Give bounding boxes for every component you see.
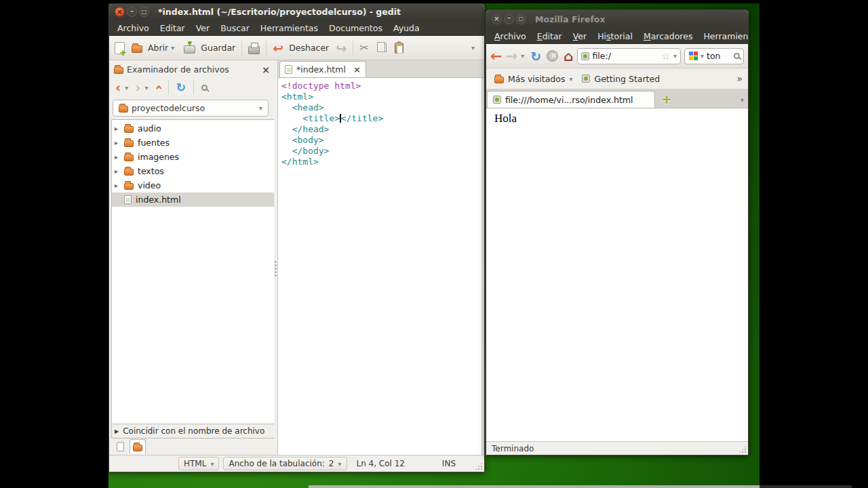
search-box[interactable]: ton: [684, 48, 744, 64]
firefox-titlebar[interactable]: Mozilla Firefox: [486, 10, 748, 28]
code-content[interactable]: <!doctype html><html> <head> <title></ti…: [278, 78, 481, 455]
browser-tab[interactable]: file:///home/vi...rso/index.html: [487, 91, 655, 108]
expand-triangle-icon[interactable]: [115, 139, 120, 146]
code-line[interactable]: </body>: [281, 146, 481, 157]
code-line[interactable]: <!doctype html>: [281, 81, 481, 92]
menu-item-archivo[interactable]: Archivo: [489, 29, 532, 43]
document-tab[interactable]: *index.html: [279, 61, 366, 77]
code-line[interactable]: <html>: [281, 92, 481, 102]
url-dropdown[interactable]: [673, 52, 677, 60]
copy-button[interactable]: [377, 43, 387, 52]
panel-splitter[interactable]: [274, 60, 277, 455]
url-bar[interactable]: file:/: [577, 48, 682, 64]
panel-close-button[interactable]: [262, 64, 270, 75]
refresh-button[interactable]: [176, 81, 186, 94]
resize-grip[interactable]: [738, 445, 747, 453]
url-text[interactable]: file:/: [593, 51, 658, 61]
undo-button-label[interactable]: Deshacer: [289, 43, 329, 53]
redo-button[interactable]: [336, 41, 347, 56]
text-editor[interactable]: <!doctype html><html> <head> <title></ti…: [278, 78, 484, 455]
forward-button[interactable]: [506, 48, 518, 64]
documents-panel-tab[interactable]: [112, 439, 128, 454]
open-button-label[interactable]: Abrir: [148, 43, 168, 53]
tree-folder-fuentes[interactable]: fuentes: [112, 136, 274, 150]
expand-triangle-icon[interactable]: [115, 153, 120, 161]
menu-item-herramientas[interactable]: Herramientas: [255, 21, 323, 35]
code-line[interactable]: <title></title>: [281, 113, 481, 124]
bookmark-item[interactable]: Getting Started: [579, 73, 663, 85]
menu-item-ver[interactable]: Ver: [568, 29, 592, 43]
tab-width-selector[interactable]: Ancho de la tabulación: 2: [223, 457, 347, 470]
tree-folder-audio[interactable]: audio: [112, 121, 274, 136]
search-text[interactable]: ton: [707, 51, 731, 61]
search-button[interactable]: [201, 85, 208, 91]
tree-folder-video[interactable]: video: [112, 178, 274, 192]
menu-item-buscar[interactable]: Buscar: [215, 21, 255, 35]
resize-grip[interactable]: [475, 462, 483, 470]
back-button[interactable]: [115, 83, 121, 92]
toolbar-overflow-dropdown[interactable]: [471, 44, 475, 52]
back-button[interactable]: [490, 48, 502, 64]
maximize-button[interactable]: [139, 7, 149, 17]
undo-button[interactable]: [273, 41, 283, 56]
match-filename-expander[interactable]: Coincidir con el nombre de archivo: [111, 424, 274, 439]
search-go-button[interactable]: [734, 53, 740, 59]
maximize-button[interactable]: [516, 14, 526, 24]
minimize-button[interactable]: [504, 14, 514, 24]
history-dropdown[interactable]: [521, 52, 524, 60]
tab-close-button[interactable]: [353, 64, 361, 75]
menu-item-documentos[interactable]: Documentos: [323, 21, 388, 35]
expand-triangle-icon[interactable]: [115, 125, 120, 132]
paste-button[interactable]: [395, 43, 403, 54]
expand-triangle-icon[interactable]: [115, 182, 120, 189]
tree-folder-imagenes[interactable]: imagenes: [112, 150, 274, 164]
menu-item-ver[interactable]: Ver: [191, 21, 215, 35]
menu-item-marcadores[interactable]: Marcadores: [638, 29, 698, 43]
close-button[interactable]: [115, 7, 125, 17]
code-line[interactable]: <body>: [281, 135, 481, 146]
code-line[interactable]: </head>: [281, 124, 481, 135]
close-button[interactable]: [492, 14, 502, 24]
tree-file-index-html[interactable]: index.html: [112, 192, 274, 207]
print-button[interactable]: [248, 42, 260, 54]
menu-item-archivo[interactable]: Archivo: [112, 21, 155, 35]
menu-item-editar[interactable]: Editar: [532, 29, 568, 43]
forward-button[interactable]: [135, 83, 140, 92]
open-dropdown[interactable]: [171, 44, 174, 52]
minimize-button[interactable]: [127, 7, 137, 17]
bookmark-star-icon[interactable]: [661, 51, 670, 62]
back-dropdown[interactable]: [125, 84, 128, 92]
open-button[interactable]: [132, 43, 142, 53]
editor-scrollbar[interactable]: [481, 78, 484, 455]
forward-dropdown[interactable]: [145, 84, 149, 92]
cut-button[interactable]: [359, 41, 368, 54]
gedit-titlebar[interactable]: *index.html (~/Escritorio/proyectodelcur…: [109, 4, 484, 20]
new-document-button[interactable]: [115, 42, 125, 54]
code-line[interactable]: <head>: [281, 102, 481, 113]
menu-item-historial[interactable]: Historial: [592, 29, 638, 43]
tab-width-label: Ancho de la tabulación:: [229, 459, 324, 468]
save-button-label[interactable]: Guardar: [201, 43, 235, 53]
window-title: *index.html (~/Escritorio/proyectodelcur…: [158, 7, 401, 17]
menu-item-editar[interactable]: Editar: [155, 21, 191, 35]
file-browser-panel-tab[interactable]: [130, 439, 146, 454]
expand-triangle-icon[interactable]: [115, 167, 120, 175]
code-line[interactable]: </html>: [281, 157, 481, 167]
location-dropdown[interactable]: proyectodelcurso: [113, 100, 269, 117]
reload-button[interactable]: [530, 49, 541, 64]
tree-folder-textos[interactable]: textos: [112, 164, 274, 178]
menu-item-herramientas[interactable]: Herramientas: [698, 29, 748, 43]
home-button[interactable]: [564, 48, 573, 64]
document-icon: [117, 442, 124, 451]
tab-list-dropdown[interactable]: [741, 96, 744, 104]
up-button[interactable]: [155, 83, 161, 92]
search-engine-dropdown[interactable]: [701, 52, 704, 60]
language-selector[interactable]: HTML: [178, 457, 219, 470]
bookmark-item[interactable]: Más visitados: [492, 73, 575, 85]
save-button[interactable]: [184, 42, 195, 54]
new-tab-button[interactable]: [659, 93, 674, 106]
page-content[interactable]: Hola: [486, 108, 748, 441]
menu-item-ayuda[interactable]: Ayuda: [388, 21, 425, 35]
bookmarks-overflow-button[interactable]: [736, 73, 743, 84]
stop-button[interactable]: [547, 50, 558, 62]
